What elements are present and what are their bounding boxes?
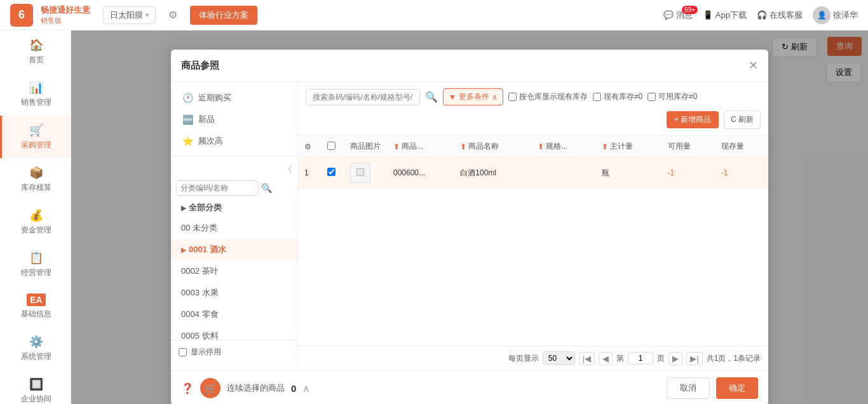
display-disabled-label: 显示停用 xyxy=(191,347,221,358)
sidebar-label-purchase: 采购管理 xyxy=(21,140,51,151)
dialog-header: 商品参照 ✕ xyxy=(171,50,768,82)
dialog-overlay: 商品参照 ✕ 🕐 近期购买 🆕 xyxy=(71,30,868,404)
th-code[interactable]: ⬆ 商品... xyxy=(387,136,454,158)
filter-more-button[interactable]: ▼ 更多条件 ∧ xyxy=(443,88,503,105)
dialog-close-button[interactable]: ✕ xyxy=(749,58,758,72)
total-info: 共1页，1条记录 xyxy=(707,353,761,364)
user-item[interactable]: 👤 徐泽华 xyxy=(813,6,858,24)
th-image: 商品图片 xyxy=(344,136,387,158)
check-stock-ne0-label[interactable]: 现有库存≠0 xyxy=(593,91,642,102)
refresh-product-button[interactable]: C 刷新 xyxy=(724,111,761,129)
th-available-label: 可用量 xyxy=(668,142,691,151)
th-settings[interactable]: ⚙ xyxy=(298,136,321,158)
sidebar-label-sales: 销售管理 xyxy=(21,97,51,108)
sidebar-item-operations[interactable]: 📋 经营管理 xyxy=(0,243,71,286)
right-panel: 🔍 ▼ 更多条件 ∧ 按仓库显示现有库存 xyxy=(298,82,768,370)
purchase-icon: 🛒 xyxy=(29,123,43,137)
table-row[interactable]: 1 🖼 000600... 白酒100ml 瓶 xyxy=(298,158,768,189)
th-spec[interactable]: ⬆ 规格... xyxy=(531,136,595,158)
product-image: 🖼 xyxy=(350,163,370,183)
category-search-input[interactable] xyxy=(176,180,259,196)
category-item-00[interactable]: 00 未分类 xyxy=(171,217,297,239)
help-icon[interactable]: ❓ xyxy=(181,382,194,394)
row-checkbox[interactable] xyxy=(327,168,336,176)
confirm-button[interactable]: 确定 xyxy=(716,377,758,399)
product-search-icon[interactable]: 🔍 xyxy=(425,91,438,103)
message-item[interactable]: 💬 消息 99+ xyxy=(663,10,693,21)
message-badge: 99+ xyxy=(682,6,698,14)
last-page-button[interactable]: ▶| xyxy=(686,352,702,365)
select-all-checkbox[interactable] xyxy=(327,142,336,150)
product-table: ⚙ 商品图片 ⬆ 商品... xyxy=(298,136,768,189)
category-item-0003[interactable]: 0003 水果 xyxy=(171,282,297,304)
th-unit[interactable]: ⬆ 主计量 xyxy=(595,136,661,158)
category-label-0003: 0003 水果 xyxy=(181,287,219,299)
prev-page-button[interactable]: ◀ xyxy=(599,352,613,365)
store-selector[interactable]: 日太阳膜 ▾ xyxy=(103,6,156,24)
next-page-button[interactable]: ▶ xyxy=(668,352,682,365)
try-industry-button[interactable]: 体验行业方案 xyxy=(190,6,257,25)
basic-info-icon: EA xyxy=(27,293,45,306)
category-item-0005[interactable]: 0005 饮料 xyxy=(171,325,297,340)
filter-bar: 🔍 ▼ 更多条件 ∧ 按仓库显示现有库存 xyxy=(298,82,768,136)
sidebar-item-basic-info[interactable]: EA 基础信息 xyxy=(0,286,71,327)
cell-code: 000600... xyxy=(387,158,454,189)
check-warehouse-label[interactable]: 按仓库显示现有库存 xyxy=(508,91,588,102)
cart-count: 0 xyxy=(291,383,296,394)
sidebar-item-inventory[interactable]: 📦 库存核算 xyxy=(0,158,71,201)
th-name[interactable]: ⬆ 商品名称 xyxy=(454,136,531,158)
cancel-button[interactable]: 取消 xyxy=(667,377,710,399)
sidebar-item-finance[interactable]: 💰 资金管理 xyxy=(0,201,71,243)
table-header-row: ⚙ 商品图片 ⬆ 商品... xyxy=(298,136,768,158)
sidebar-item-purchase[interactable]: 🛒 采购管理 xyxy=(0,116,71,158)
sidebar-item-enterprise[interactable]: 🔲 企业协同 xyxy=(0,370,71,404)
online-service-item[interactable]: 🎧 在线客服 xyxy=(757,10,803,21)
filter-more-label: 更多条件 xyxy=(459,91,489,102)
cart-icon[interactable]: 🛒 xyxy=(200,378,220,398)
th-stock: 现存量 xyxy=(715,136,768,158)
th-code-label: 商品... xyxy=(402,141,423,152)
first-page-button[interactable]: |◀ xyxy=(579,352,595,365)
check-warehouse-checkbox[interactable] xyxy=(508,93,517,101)
cell-stock: -1 xyxy=(715,158,768,189)
page-unit-label: 页 xyxy=(657,353,665,364)
per-page-select[interactable]: 50 10 20 100 xyxy=(543,351,575,365)
check-stock-ne0-checkbox[interactable] xyxy=(593,93,601,101)
footer-collapse-icon[interactable]: ∧ xyxy=(302,382,310,394)
sidebar-item-home[interactable]: 🏠 首页 xyxy=(0,30,71,73)
sidebar-item-system[interactable]: ⚙️ 系统管理 xyxy=(0,327,71,370)
cell-spec xyxy=(531,158,595,189)
sort-asc-icon: ⬆ xyxy=(393,142,400,151)
filter-right-actions: + 新增商品 C 刷新 xyxy=(667,111,761,129)
check-available-ne0-checkbox[interactable] xyxy=(648,93,656,101)
app-download-item[interactable]: 📱 App下载 xyxy=(703,10,747,21)
new-icon: 🆕 xyxy=(182,114,193,125)
all-category-item[interactable]: ▶ 全部分类 xyxy=(171,198,297,217)
recent-purchases-item[interactable]: 🕐 近期购买 xyxy=(176,88,292,107)
page-number-input[interactable] xyxy=(628,352,653,365)
category-item-0001[interactable]: ▶ 0001 酒水 xyxy=(171,239,297,260)
sidebar-item-sales[interactable]: 📊 销售管理 xyxy=(0,73,71,116)
category-item-0004[interactable]: 0004 零食 xyxy=(171,304,297,325)
category-item-0002[interactable]: 0002 茶叶 xyxy=(171,260,297,282)
th-spec-label: 规格... xyxy=(546,141,567,152)
store-arrow-icon: ▾ xyxy=(146,11,149,18)
cell-check[interactable] xyxy=(321,158,344,189)
settings-icon[interactable]: ⚙ xyxy=(163,6,182,25)
left-collapse-icon[interactable]: 《 xyxy=(283,164,292,175)
product-reference-dialog: 商品参照 ✕ 🕐 近期购买 🆕 xyxy=(171,50,768,404)
frequent-item[interactable]: ⭐ 频次高 xyxy=(176,131,292,151)
category-search-icon[interactable]: 🔍 xyxy=(261,183,272,193)
app-logo: 6 xyxy=(10,4,33,27)
all-category-tri-icon: ▶ xyxy=(181,205,186,212)
th-unit-label: 主计量 xyxy=(610,141,633,152)
product-search-input[interactable] xyxy=(306,89,420,105)
sidebar-label-finance: 资金管理 xyxy=(21,225,51,236)
new-products-item[interactable]: 🆕 新品 xyxy=(176,110,292,129)
add-product-button[interactable]: + 新增商品 xyxy=(667,111,719,128)
check-available-ne0-label[interactable]: 可用库存≠0 xyxy=(648,91,697,102)
display-disabled-checkbox[interactable] xyxy=(179,348,187,356)
th-check[interactable] xyxy=(321,136,344,158)
cell-name: 白酒100ml xyxy=(454,158,531,189)
cell-image: 🖼 xyxy=(344,158,387,189)
